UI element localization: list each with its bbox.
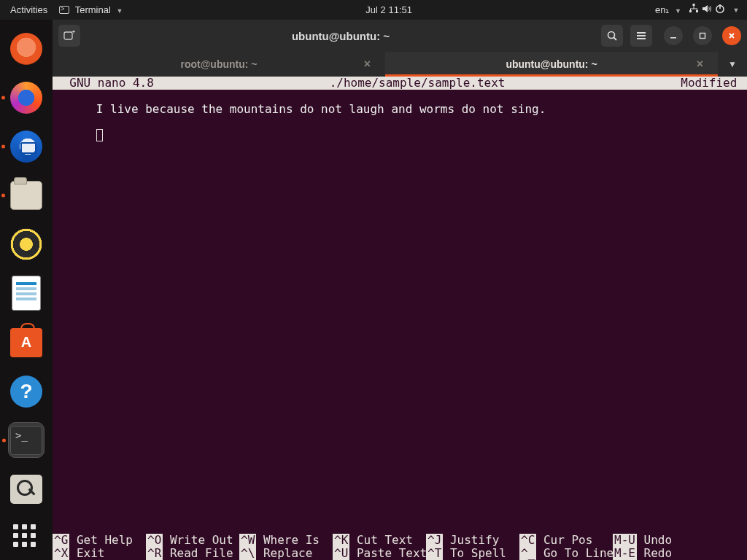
tab-label: root@ubuntu: ~: [180, 58, 257, 70]
shortcut-key: ^J: [426, 534, 443, 547]
shortcut-key: ^X: [53, 547, 69, 560]
shortcut-key: ^T: [426, 547, 443, 560]
terminal-small-icon: [59, 6, 69, 14]
shortcut-key: ^O: [146, 534, 163, 547]
shortcut-label: Undo: [637, 534, 672, 547]
nano-shortcut: ^R Read File: [146, 547, 239, 560]
terminal-icon[interactable]: [8, 422, 44, 458]
svg-rect-13: [637, 32, 646, 34]
svg-rect-6: [697, 9, 697, 10]
files-icon[interactable]: [8, 177, 44, 213]
shortcut-label: Read File: [163, 547, 240, 560]
svg-rect-0: [693, 4, 695, 6]
shortcut-label: Where Is: [256, 534, 333, 547]
svg-rect-2: [696, 10, 698, 12]
nano-shortcut: M-E Redo: [613, 547, 678, 560]
svg-rect-4: [690, 9, 697, 9]
shortcut-label: Cut Text: [349, 534, 427, 547]
panel-clock[interactable]: Jul 2 11:51: [127, 4, 651, 15]
nano-shortcut: ^X Exit: [53, 547, 146, 560]
svg-rect-8: [719, 4, 721, 9]
shortcut-key: M-E: [613, 547, 637, 560]
libreoffice-writer-icon[interactable]: [8, 276, 44, 311]
nano-buffer[interactable]: I live because the mountains do not laug…: [54, 90, 746, 156]
shortcut-label: Go To Line: [536, 547, 614, 560]
svg-rect-5: [690, 9, 691, 10]
firefox-icon[interactable]: [8, 79, 44, 115]
nano-shortcut: ^G Get Help: [53, 534, 146, 547]
window-title: ubuntu@ubuntu: ~: [86, 30, 595, 42]
close-button[interactable]: [722, 26, 741, 45]
input-source-indicator[interactable]: en₁ ▼: [651, 4, 686, 15]
svg-rect-3: [694, 6, 694, 9]
network-icon[interactable]: [689, 4, 699, 16]
nano-filename: ./home/sample/sample.text: [154, 77, 681, 90]
shortcut-label: Justify: [443, 534, 520, 547]
svg-rect-17: [700, 34, 705, 39]
terminal-tab-bar: root@ubuntu: ~ × ubuntu@ubuntu: ~ × ▼: [53, 52, 747, 77]
svg-point-11: [608, 32, 615, 39]
shortcut-key: ^C: [519, 534, 536, 547]
chevron-down-icon: ▼: [675, 7, 681, 15]
input-source-label: en₁: [655, 4, 669, 15]
nano-shortcut-bar: ^G Get Help ^O Write Out ^W Where Is ^K …: [53, 534, 747, 560]
apps-grid-icon[interactable]: [13, 524, 39, 550]
shortcut-key: ^K: [333, 534, 349, 547]
shortcut-label: Redo: [637, 547, 672, 560]
shortcut-key: ^G: [53, 534, 69, 547]
shortcut-label: To Spell: [443, 547, 520, 560]
nano-version: GNU nano 4.8: [55, 77, 154, 90]
shortcut-label: Replace: [256, 547, 333, 560]
app-menu-label: Terminal: [75, 4, 111, 15]
nano-modified-indicator: Modified: [681, 77, 744, 90]
shortcut-key: ^W: [239, 534, 256, 547]
rhythmbox-icon[interactable]: [8, 227, 44, 262]
shortcut-key: ^_: [519, 547, 536, 560]
app-menu-button[interactable]: Terminal ▼: [55, 4, 127, 15]
hamburger-icon: [635, 30, 647, 42]
tab-label: ubuntu@ubuntu: ~: [506, 58, 597, 70]
window-titlebar: + ubuntu@ubuntu: ~: [53, 20, 747, 52]
shortcut-label: Write Out: [163, 534, 240, 547]
nano-buffer-line: I live because the mountains do not laug…: [96, 102, 546, 116]
tab-dropdown-button[interactable]: ▼: [718, 52, 747, 77]
nano-shortcut: ^J Justify: [426, 534, 519, 547]
show-applications-icon[interactable]: [8, 31, 44, 66]
image-viewer-icon[interactable]: [8, 471, 44, 507]
nano-title-bar: GNU nano 4.8 ./home/sample/sample.text M…: [53, 77, 747, 90]
software-center-icon[interactable]: [8, 324, 44, 360]
volume-icon[interactable]: [702, 4, 712, 16]
help-icon[interactable]: ?: [8, 373, 44, 409]
gnome-top-panel: Activities Terminal ▼ Jul 2 11:51 en₁ ▼ …: [0, 0, 747, 20]
svg-rect-15: [637, 38, 646, 39]
power-icon[interactable]: [715, 4, 725, 16]
minimize-button[interactable]: [664, 26, 683, 45]
thunderbird-icon[interactable]: [8, 128, 44, 164]
svg-line-12: [614, 38, 617, 41]
chevron-down-icon: ▼: [116, 7, 123, 15]
terminal-body[interactable]: GNU nano 4.8 ./home/sample/sample.text M…: [53, 77, 747, 560]
terminal-tab-2[interactable]: ubuntu@ubuntu: ~ ×: [385, 52, 718, 77]
nano-shortcut: ^\ Replace: [239, 547, 333, 560]
nano-shortcut: ^O Write Out: [146, 534, 239, 547]
chevron-down-icon[interactable]: ▼: [731, 7, 741, 14]
menu-button[interactable]: [630, 25, 652, 47]
tab-close-icon[interactable]: ×: [697, 58, 703, 71]
maximize-button[interactable]: [693, 26, 712, 45]
nano-shortcut: ^_ Go To Line: [519, 547, 613, 560]
svg-rect-16: [670, 37, 676, 39]
shortcut-key: ^\: [239, 547, 256, 560]
svg-text:+: +: [71, 30, 75, 36]
new-tab-button[interactable]: +: [58, 25, 80, 47]
shortcut-key: ^R: [146, 547, 163, 560]
tab-close-icon[interactable]: ×: [364, 58, 371, 71]
shortcut-label: Paste Text: [349, 547, 427, 560]
search-button[interactable]: [601, 25, 623, 47]
activities-button[interactable]: Activities: [6, 4, 52, 15]
shortcut-key: M-U: [613, 534, 637, 547]
svg-rect-14: [637, 35, 646, 36]
nano-shortcut: M-U Undo: [613, 534, 678, 547]
terminal-tab-1[interactable]: root@ubuntu: ~ ×: [53, 52, 385, 77]
nano-shortcut: ^T To Spell: [426, 547, 519, 560]
nano-shortcut: ^U Paste Text: [333, 547, 426, 560]
